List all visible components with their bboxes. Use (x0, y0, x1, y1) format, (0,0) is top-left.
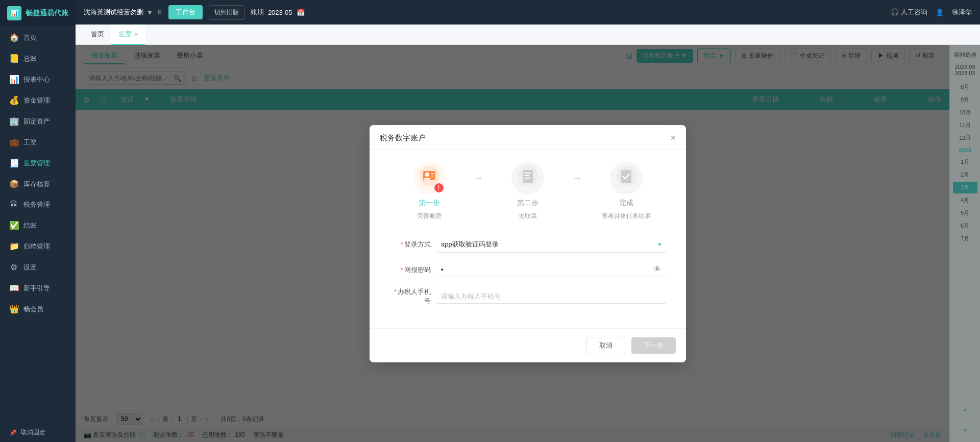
sidebar-item-label: 结账 (23, 221, 37, 230)
step-3-icon (616, 166, 636, 190)
workspace-button[interactable]: 工作台 (168, 5, 203, 19)
sidebar-item-archive[interactable]: 📁 归档管理 (0, 236, 76, 257)
step-3-label: 完成 (619, 199, 633, 208)
step-3-desc: 查看具体任务结果 (602, 212, 651, 220)
sidebar-item-ledger[interactable]: 📒 总账 (0, 48, 76, 69)
member-icon: 👑 (9, 304, 18, 314)
app-name: 畅捷通易代账 (26, 9, 68, 18)
sidebar-item-finance[interactable]: 💰 资金管理 (0, 90, 76, 111)
switch-version-button[interactable]: 切到旧版 (209, 5, 244, 20)
eye-toggle-icon[interactable]: 👁 (649, 265, 666, 274)
dropdown-icon: ▼ (146, 9, 153, 16)
password-input[interactable] (437, 263, 649, 277)
calendar-icon: 📅 (297, 9, 305, 16)
step-arrow-1: → (468, 162, 488, 184)
tab-invoice-label: 发票 (118, 30, 132, 39)
sidebar-item-guide[interactable]: 📖 新手引导 (0, 278, 76, 299)
phone-input[interactable] (437, 289, 666, 304)
sidebar-item-label: 归档管理 (23, 242, 50, 251)
sidebar-item-label: 发票管理 (23, 159, 50, 168)
tab-bar: 首页 发票 × (76, 24, 980, 45)
sidebar-item-fixed-assets[interactable]: 🏢 固定资产 (0, 111, 76, 132)
user-avatar-icon: 👤 (936, 9, 944, 16)
sidebar-item-inventory[interactable]: 📦 库存核算 (0, 174, 76, 194)
sidebar-item-home[interactable]: 🏠 首页 (0, 27, 76, 48)
step-arrow-2: → (567, 162, 587, 184)
step-2-label: 第二步 (517, 199, 538, 208)
tab-home-label: 首页 (91, 30, 104, 39)
period-label: 账期 (251, 8, 264, 17)
password-field-wrap: 👁 (437, 263, 666, 277)
service-button[interactable]: 🎧 人工咨询 (891, 8, 927, 17)
sidebar-item-close-account[interactable]: ✅ 结账 (0, 215, 76, 236)
step-1-label: 第一步 (419, 199, 440, 208)
invoice-icon: 🧾 (9, 158, 18, 168)
steps-indicator: ! 第一步 完善账密 → (390, 162, 666, 220)
step-1-icon-wrap: ! (413, 162, 446, 194)
password-label: 网报密码 (390, 265, 431, 275)
close-account-icon: ✅ (9, 220, 18, 230)
cancel-pin-button[interactable]: 📌 取消固定 (0, 423, 76, 442)
next-button[interactable]: 下一步 (631, 337, 676, 354)
company-selector[interactable]: 沈海英测试经营勿删 ▼ ⎘ (84, 8, 162, 17)
sidebar-item-label: 库存核算 (23, 180, 50, 189)
svg-rect-9 (524, 175, 529, 176)
login-method-value: app获取验证码登录 (441, 240, 499, 249)
svg-point-2 (425, 173, 429, 177)
reports-icon: 📊 (9, 75, 18, 84)
sidebar-item-reports[interactable]: 📊 报表中心 (0, 69, 76, 90)
tab-invoice-close[interactable]: × (135, 31, 138, 37)
form-row-password: 网报密码 👁 (390, 263, 666, 277)
sidebar-item-label: 税务管理 (23, 200, 50, 209)
svg-rect-4 (431, 173, 434, 174)
headset-icon: 🎧 (891, 8, 899, 16)
modal-title: 税务数字账户 (380, 133, 426, 143)
cancel-button[interactable]: 取消 (586, 337, 625, 354)
sidebar-item-payroll[interactable]: 💼 工资 (0, 132, 76, 153)
step-3: 完成 查看具体任务结果 (587, 162, 666, 220)
tax-icon: 🏛 (9, 200, 18, 209)
svg-rect-7 (523, 170, 533, 183)
topbar: 沈海英测试经营勿删 ▼ ⎘ 工作台 切到旧版 账期 2023-05 📅 🎧 人工… (76, 0, 980, 24)
modal-overlay: 税务数字账户 × (76, 45, 980, 442)
finance-icon: 💰 (9, 95, 18, 105)
sidebar-item-label: 畅会员 (23, 305, 43, 314)
sidebar-item-label: 总账 (23, 54, 37, 63)
tab-home[interactable]: 首页 (84, 24, 111, 45)
content-area: 销项发票 进项发票 费用小票 ⊞ 税务数字账户 ▼ (76, 45, 980, 442)
step-1-desc: 完善账密 (417, 212, 442, 220)
login-method-label: 登录方式 (390, 240, 431, 249)
service-label: 人工咨询 (901, 8, 927, 16)
fixed-assets-icon: 🏢 (9, 116, 18, 126)
inventory-icon: 📦 (9, 179, 18, 189)
copy-icon: ⎘ (158, 9, 162, 16)
sidebar-item-label: 新手引导 (23, 284, 50, 293)
company-name: 沈海英测试经营勿删 (84, 8, 143, 17)
modal-header: 税务数字账户 × (370, 125, 686, 150)
login-method-select[interactable]: app获取验证码登录 ▾ (437, 237, 666, 253)
sidebar-item-label: 资金管理 (23, 96, 50, 105)
step-2-icon-wrap (511, 162, 544, 194)
form-row-phone: 办税人手机号 (390, 287, 666, 306)
form-row-login-method: 登录方式 app获取验证码登录 ▾ (390, 237, 666, 253)
sidebar-item-tax[interactable]: 🏛 税务管理 (0, 194, 76, 215)
modal-close-button[interactable]: × (670, 133, 676, 142)
sidebar: 📊 畅捷通易代账 🏠 首页 📒 总账 📊 报表中心 💰 资金管理 🏢 固定资产 … (0, 0, 76, 442)
svg-rect-8 (524, 173, 531, 174)
period-display: 账期 2023-05 📅 (251, 8, 305, 17)
step-3-icon-wrap (610, 162, 643, 194)
tab-invoice[interactable]: 发票 × (111, 24, 145, 45)
step-1: ! 第一步 完善账密 (390, 162, 468, 220)
step-2-icon (518, 166, 538, 190)
cancel-pin-label: 取消固定 (21, 428, 45, 437)
sidebar-item-label: 工资 (23, 138, 37, 147)
ledger-icon: 📒 (9, 54, 18, 63)
settings-icon: ⚙ (9, 262, 18, 272)
sidebar-item-label: 设置 (23, 263, 37, 272)
archive-icon: 📁 (9, 241, 18, 251)
sidebar-item-label: 报表中心 (23, 75, 50, 84)
sidebar-item-invoice[interactable]: 🧾 发票管理 (0, 153, 76, 174)
user-name: 徐泽华 (952, 8, 972, 17)
sidebar-item-settings[interactable]: ⚙ 设置 (0, 257, 76, 278)
sidebar-item-member[interactable]: 👑 畅会员 (0, 299, 76, 320)
